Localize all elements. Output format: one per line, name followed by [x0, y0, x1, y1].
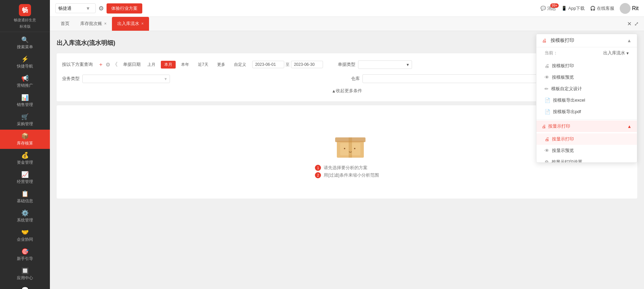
tabbar-expand-icon[interactable]: ⤢ [634, 21, 639, 27]
dropdown-header-chevron[interactable]: ▲ [627, 38, 632, 43]
type-filter-select[interactable]: ▾ [358, 60, 412, 69]
dropdown-item-excel-1-icon: 📄 [545, 98, 550, 103]
dropdown-section-2: 🖨 按显示打印 👁 按显示预览 ⚙ 按显示打印设置 📄 按显示导出excel 📄… [536, 132, 637, 162]
dropdown-item-display-preview-label: 按显示预览 [552, 148, 574, 154]
search-icon: 🔍 [21, 36, 29, 44]
tabbar-close-icon[interactable]: ✕ [627, 21, 632, 27]
sidebar-item-enterprise[interactable]: 🤝 企业协同 [0, 226, 50, 245]
sidebar-item-label: 新手引导 [17, 256, 33, 262]
dropdown-item-template-custom[interactable]: ✏ 模板自定义设计 [536, 83, 637, 95]
sidebar-item-finance[interactable]: 💰 资金管理 [0, 149, 50, 168]
sidebar-item-inventory[interactable]: 📦 库存核算 [0, 130, 50, 149]
dropdown-section-2-header[interactable]: 🖨 按显示打印 ▲ [536, 121, 637, 132]
trial-button[interactable]: 体验行业方案 [107, 3, 142, 14]
dropdown-item-display-print[interactable]: 🖨 按显示打印 [536, 133, 637, 145]
sidebar-item-sales[interactable]: 📊 销售管理 [0, 91, 50, 110]
dropdown-item-print-icon: 🖨 [545, 63, 549, 69]
filter-row-actions: ＋ ⚙ 《 [98, 61, 118, 68]
dropdown-item-template-export-pdf-label: 按模板导出pdf [553, 109, 581, 115]
dropdown-item-display-print-settings-label: 按显示打印设置 [552, 159, 582, 162]
sidebar-item-guide[interactable]: 🎯 新手引导 [0, 245, 50, 264]
tabbar: 首页 库存批次账 × 出入库流水 × ✕ ⤢ [50, 17, 644, 31]
date-tab-current-month[interactable]: 本月 [161, 61, 176, 69]
message-icon: 💬 [540, 6, 546, 11]
dropdown-item-template-export-excel[interactable]: 📄 按模板导出excel [536, 95, 637, 106]
app-label: App下载 [568, 5, 585, 11]
tab-flow[interactable]: 出入库流水 × [112, 17, 149, 31]
step-2-num: 2 [315, 172, 321, 178]
date-tab-7days[interactable]: 近7天 [195, 61, 212, 69]
empty-illustration [330, 126, 364, 159]
sidebar-item-label: 企业协同 [17, 237, 33, 242]
message-badge: 99+ [550, 3, 559, 8]
sidebar-item-operations[interactable]: 📈 经营管理 [0, 168, 50, 187]
date-from-input[interactable] [252, 61, 284, 68]
date-tab-custom[interactable]: 自定义 [231, 61, 250, 69]
template-print-dropdown: 🖨 按模板打印 ▲ 当前： 出入库流水 ▾ 🖨 按模板打印 👁 按模板预览 ✏ [536, 34, 637, 163]
filter-collapse-button[interactable]: 《 [112, 61, 118, 68]
filter-settings-button[interactable]: ⚙ [106, 61, 110, 68]
sidebar-item-search[interactable]: 🔍 搜索菜单 [0, 33, 50, 53]
tab-inventory-batch-label: 库存批次账 [80, 21, 102, 27]
tab-flow-close[interactable]: × [141, 21, 144, 26]
logo-subtitle: 标准版 [20, 24, 31, 29]
empty-svg [330, 126, 371, 159]
sidebar-item-system[interactable]: ⚙️ 系统管理 [0, 207, 50, 226]
dropdown-current-template: 当前： 出入库流水 ▾ [536, 47, 637, 59]
step-1-text: 请先选择要分析的方案 [324, 165, 368, 171]
sidebar-item-wechat[interactable]: 💬 企业微信 [0, 284, 50, 289]
dropdown-item-pdf-1-icon: 📄 [545, 109, 550, 114]
guide-icon: 🎯 [21, 248, 29, 255]
dropdown-section-2-chevron: ▲ [627, 124, 632, 129]
topbar-message[interactable]: 💬 消息 99+ [540, 5, 556, 11]
topbar-right: 💬 消息 99+ 📱 App下载 🎧 在线客服 Rit [540, 3, 639, 14]
enterprise-icon: 🤝 [21, 229, 29, 236]
sidebar-item-quick-nav[interactable]: ⚡ 快捷导航 [0, 53, 50, 72]
inventory-icon: 📦 [21, 132, 29, 140]
business-type-filter: 业务类型 ▾ [62, 75, 343, 83]
dropdown-section-2-title: 按显示打印 [548, 123, 570, 129]
tabbar-actions: ✕ ⤢ [627, 17, 639, 31]
dropdown-item-template-preview[interactable]: 👁 按模板预览 [536, 72, 637, 83]
tab-inventory-batch-close[interactable]: × [104, 21, 107, 26]
date-tab-current-year[interactable]: 本年 [178, 61, 193, 69]
sidebar-item-label: 经营管理 [17, 179, 33, 185]
date-tab-last-month[interactable]: 上月 [144, 61, 159, 69]
topbar-search-group[interactable]: ▾ [55, 3, 96, 13]
sidebar-nav: 🔍 搜索菜单 ⚡ 快捷导航 📢 营销推广 📊 销售管理 🛒 采购管理 📦 库存核… [0, 32, 50, 289]
dropdown-item-display-print-settings[interactable]: ⚙ 按显示打印设置 [536, 156, 637, 162]
logo-title: 畅捷通好生意 [14, 18, 36, 23]
sidebar-item-basic-info[interactable]: 📋 基础信息 [0, 187, 50, 207]
dropdown-item-template-print[interactable]: 🖨 按模板打印 [536, 60, 637, 72]
topbar-app-download[interactable]: 📱 App下载 [561, 5, 585, 11]
sidebar-item-marketing[interactable]: 📢 营销推广 [0, 72, 50, 91]
type-filter-chevron: ▾ [407, 62, 409, 67]
tab-home[interactable]: 首页 [55, 17, 75, 31]
business-type-select[interactable]: ▾ [82, 75, 170, 83]
topbar-user[interactable]: Rit [620, 3, 639, 14]
dropdown-current-label: 当前： [545, 50, 558, 56]
step-2-text: 用[过滤]条件来缩小分析范围 [324, 172, 379, 178]
sidebar-item-purchase[interactable]: 🛒 采购管理 [0, 110, 50, 130]
sales-icon: 📊 [21, 94, 29, 101]
topbar-search-input[interactable] [58, 6, 85, 11]
dropdown-header-icon: 🖨 [542, 38, 547, 43]
tab-inventory-batch[interactable]: 库存批次账 × [75, 17, 112, 31]
dropdown-item-template-export-pdf[interactable]: 📄 按模板导出pdf [536, 106, 637, 117]
svg-point-7 [354, 148, 355, 149]
dropdown-divider-1 [536, 120, 637, 120]
topbar-left: ▾ ⚙ 体验行业方案 [55, 3, 536, 14]
dropdown-item-preview-icon: 👁 [545, 75, 549, 80]
dropdown-item-display-preview[interactable]: 👁 按显示预览 [536, 145, 637, 156]
topbar-settings-icon[interactable]: ⚙ [98, 5, 104, 12]
finance-icon: 💰 [21, 152, 29, 159]
dropdown-title: 按模板打印 [551, 37, 574, 44]
dropdown-sub-header-icon: 🖨 [542, 124, 546, 129]
service-label: 在线客服 [597, 5, 614, 11]
sidebar-item-app-center[interactable]: 🔲 应用中心 [0, 264, 50, 284]
filter-add-button[interactable]: ＋ [98, 61, 104, 68]
topbar-online-service[interactable]: 🎧 在线客服 [590, 5, 614, 11]
date-to-input[interactable] [291, 61, 323, 68]
date-tab-more[interactable]: 更多 [214, 61, 229, 69]
svg-point-4 [343, 147, 348, 152]
